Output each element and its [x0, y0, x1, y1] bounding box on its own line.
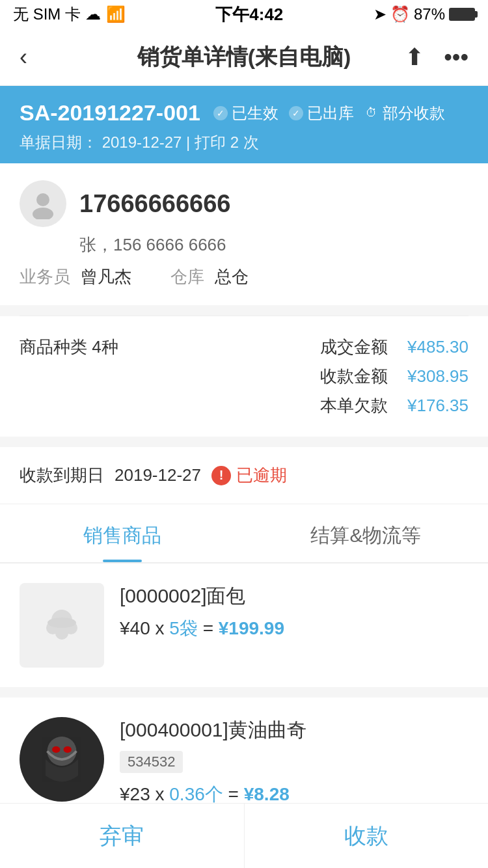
product-info-2: [000400001]黄油曲奇 534532 ¥23 x 0.36个 = ¥8.… [120, 717, 468, 807]
customer-name: 张，156 6666 6666 [20, 234, 468, 256]
status-effective-label: 已生效 [232, 103, 278, 124]
order-header: SA-20191227-001 ✓ 已生效 ✓ 已出库 ⏱ 部分收款 单据日期：… [0, 86, 488, 163]
equals-1: = [198, 618, 219, 638]
sales-label: 业务员 [20, 265, 70, 288]
sales-person: 业务员 曾凡杰 [20, 265, 131, 288]
status-partial: ⏱ 部分收款 [364, 103, 445, 124]
financial-stats: 成交金额 ¥485.30 收款金额 ¥308.95 本单欠款 ¥176.35 [320, 336, 468, 417]
reject-button[interactable]: 弃审 [0, 804, 245, 868]
tab-sales-products[interactable]: 销售商品 [0, 504, 244, 562]
product-price-1: ¥40 x 5袋 = ¥199.99 [120, 616, 468, 641]
svg-point-6 [47, 617, 76, 628]
warehouse: 仓库 总仓 [170, 265, 249, 288]
product-item: [0000002]面包 ¥40 x 5袋 = ¥199.99 [0, 563, 488, 687]
svg-point-7 [47, 737, 77, 766]
tab-settlement-label: 结算&物流等 [310, 524, 421, 546]
products-section: [0000002]面包 ¥40 x 5袋 = ¥199.99 [00040000… [0, 563, 488, 826]
due-date: 2019-12-27 [115, 465, 201, 485]
warehouse-name: 总仓 [215, 265, 249, 288]
overdue-icon: ! [211, 466, 231, 485]
order-number: SA-20191227-001 [20, 100, 200, 126]
tab-sales-label: 销售商品 [83, 524, 161, 546]
clock: 下午4:42 [215, 3, 283, 26]
back-button[interactable]: ‹ [20, 44, 59, 71]
product-name-2: [000400001]黄油曲奇 [120, 717, 468, 744]
price-base-1: ¥40 x [120, 618, 169, 638]
print-info: | 打印 2 次 [186, 133, 259, 151]
svg-point-9 [64, 746, 72, 753]
customer-row1: 17666666666 [20, 180, 468, 227]
owe-row: 本单欠款 ¥176.35 [320, 394, 468, 417]
status-bar: 无 SIM 卡 ☁ 📶 下午4:42 ➤ ⏰ 87% [0, 0, 488, 29]
sales-name: 曾凡杰 [81, 265, 131, 288]
due-label: 收款到期日 [20, 464, 104, 487]
received-label: 收款金额 [320, 365, 388, 388]
order-date: 2019-12-27 [102, 133, 182, 151]
type-count: 4种 [92, 337, 118, 357]
sim-status: 无 SIM 卡 ☁ [13, 4, 101, 25]
customer-phone: 17666666666 [79, 190, 230, 218]
owe-label: 本单欠款 [320, 394, 388, 417]
svg-point-1 [33, 208, 53, 219]
status-shipped-label: 已出库 [307, 103, 354, 124]
page-title: 销货单详情(来自电脑) [137, 42, 351, 72]
avatar [20, 180, 66, 227]
status-right: ➤ ⏰ 87% [373, 5, 475, 23]
share-button[interactable]: ⬆ [405, 44, 424, 71]
date-label: 单据日期： [20, 133, 98, 151]
alarm-icon: ⏰ [390, 5, 410, 23]
battery-percent: 87% [414, 5, 445, 23]
received-row: 收款金额 ¥308.95 [320, 365, 468, 388]
tabs: 销售商品 结算&物流等 [0, 504, 488, 563]
status-effective: ✓ 已生效 [213, 103, 278, 124]
amount-value: ¥485.30 [407, 337, 468, 357]
customer-meta: 业务员 曾凡杰 仓库 总仓 [20, 265, 468, 288]
collect-button[interactable]: 收款 [245, 804, 489, 868]
check-icon-1: ✓ [213, 106, 228, 120]
reject-label: 弃审 [100, 821, 144, 851]
type-label: 商品种类 [20, 337, 87, 357]
location-icon: ➤ [373, 5, 386, 23]
banner-row1: SA-20191227-001 ✓ 已生效 ✓ 已出库 ⏱ 部分收款 [20, 100, 468, 126]
customer-section: 17666666666 张，156 6666 6666 业务员 曾凡杰 仓库 总… [0, 163, 488, 305]
nav-actions: ⬆ ••• [405, 44, 468, 71]
svg-point-8 [52, 746, 61, 753]
due-section: 收款到期日 2019-12-27 ! 已逾期 [0, 447, 488, 504]
product-info-1: [0000002]面包 ¥40 x 5袋 = ¥199.99 [120, 583, 468, 641]
battery-icon [449, 8, 475, 21]
collect-label: 收款 [344, 821, 388, 851]
nav-bar: ‹ 销货单详情(来自电脑) ⬆ ••• [0, 29, 488, 86]
check-icon-2: ✓ [289, 106, 303, 120]
amount-label: 成交金额 [320, 336, 388, 359]
qty-2: 0.36个 [169, 784, 223, 804]
status-tags: ✓ 已生效 ✓ 已出库 ⏱ 部分收款 [213, 103, 445, 124]
price-base-2: ¥23 x [120, 784, 169, 804]
amount-row: 成交金额 ¥485.30 [320, 336, 468, 359]
product-image-2 [20, 717, 104, 802]
product-batch: 534532 [120, 751, 183, 773]
product-name-1: [0000002]面包 [120, 583, 468, 610]
status-left: 无 SIM 卡 ☁ 📶 [13, 4, 126, 25]
wifi-icon: 📶 [106, 5, 126, 23]
equals-2: = [223, 784, 244, 804]
tab-settlement[interactable]: 结算&物流等 [244, 504, 488, 562]
total-2: ¥8.28 [244, 784, 290, 804]
total-1: ¥199.99 [219, 618, 284, 638]
banner-row2: 单据日期： 2019-12-27 | 打印 2 次 [20, 132, 468, 153]
stats-section: 商品种类 4种 成交金额 ¥485.30 收款金额 ¥308.95 本单欠款 ¥… [0, 316, 488, 437]
product-image-1 [20, 583, 104, 668]
clock-icon: ⏱ [364, 106, 379, 120]
svg-point-0 [36, 193, 49, 206]
svg-point-5 [55, 627, 68, 640]
status-partial-label: 部分收款 [383, 103, 445, 124]
owe-value: ¥176.35 [407, 396, 468, 416]
warehouse-label: 仓库 [170, 265, 204, 288]
more-button[interactable]: ••• [444, 44, 468, 71]
bottom-bar: 弃审 收款 [0, 803, 488, 868]
overdue-badge: ! 已逾期 [211, 464, 287, 487]
qty-1: 5袋 [169, 618, 198, 638]
product-count: 商品种类 4种 [20, 336, 118, 359]
status-shipped: ✓ 已出库 [289, 103, 354, 124]
overdue-text: 已逾期 [236, 464, 287, 487]
received-value: ¥308.95 [407, 366, 468, 387]
